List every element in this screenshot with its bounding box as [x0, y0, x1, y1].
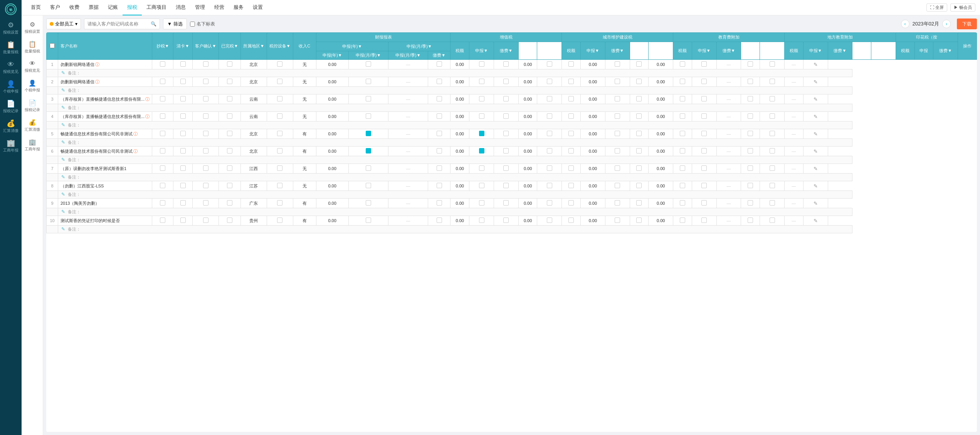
row-confirm[interactable] — [193, 60, 219, 69]
check-cell[interactable] — [366, 61, 371, 67]
check-cell[interactable] — [568, 96, 574, 101]
check-cell[interactable] — [770, 61, 775, 67]
row-fin-cb2[interactable] — [428, 60, 450, 69]
check-cell[interactable] — [680, 113, 685, 119]
check-cell[interactable] — [203, 165, 208, 171]
check-cell[interactable] — [479, 131, 484, 136]
row-edu-cb1[interactable] — [605, 77, 630, 87]
check-cell[interactable] — [770, 131, 775, 136]
row-taxcopy[interactable] — [152, 77, 173, 87]
check-cell[interactable] — [479, 61, 484, 67]
check-cell[interactable] — [568, 131, 574, 136]
row-city-cb2[interactable] — [562, 216, 581, 226]
row-local-cb1[interactable] — [673, 216, 692, 226]
edit-icon[interactable]: ✎ — [814, 166, 818, 172]
row-vat-cb2[interactable] — [494, 181, 518, 191]
row-vat-cb1[interactable] — [469, 164, 494, 174]
th-stamp-declare[interactable]: 申报 — [914, 42, 933, 60]
check-cell[interactable] — [547, 183, 552, 188]
edit-icon[interactable]: ✎ — [814, 148, 818, 154]
check-cell[interactable] — [277, 79, 282, 84]
note-content[interactable]: ✎ 备注： — [58, 191, 852, 199]
row-city-cb2[interactable] — [562, 60, 581, 69]
row-city-cb1[interactable] — [537, 147, 562, 156]
th-fin-year[interactable]: 申报(年)▼ — [316, 42, 388, 51]
check-cell[interactable] — [479, 218, 484, 223]
row-clearcard[interactable] — [173, 216, 193, 226]
row-confirm[interactable] — [193, 216, 219, 226]
nav-tax[interactable]: 报税 — [123, 0, 142, 15]
check-cell[interactable] — [748, 148, 753, 153]
row-taxcopy[interactable] — [152, 94, 173, 104]
check-cell[interactable] — [680, 183, 685, 188]
row-edu-cb1[interactable] — [605, 60, 630, 69]
sidebar-item-piliangbaoshui[interactable]: 📋 批量报税 — [0, 38, 22, 58]
row-city-cb2[interactable] — [562, 181, 581, 191]
row-city-cb2[interactable] — [562, 164, 581, 174]
check-cell[interactable] — [277, 183, 282, 188]
fullscreen-btn[interactable]: ⛶ 全屏 — [926, 3, 947, 12]
check-cell[interactable] — [366, 200, 371, 206]
check-cell[interactable] — [366, 96, 371, 101]
check-cell[interactable] — [680, 200, 685, 206]
table-container[interactable]: 客户名称 抄税▼ 清卡▼ 客户确认▼ 已完税▼ 所属地区▼ 税控设备▼ 收入C … — [46, 32, 977, 432]
check-cell[interactable] — [277, 61, 282, 67]
row-taxdev[interactable] — [267, 94, 293, 104]
check-cell[interactable] — [615, 183, 620, 188]
check-cell[interactable] — [568, 183, 574, 188]
row-city-cb1[interactable] — [537, 94, 562, 104]
check-cell[interactable] — [227, 79, 232, 84]
row-vat-cb2[interactable] — [494, 216, 518, 226]
row-edu-cb2[interactable] — [630, 181, 649, 191]
row-local-cb2[interactable] — [692, 94, 716, 104]
row-edu-cb2[interactable] — [630, 112, 649, 121]
check-cell[interactable] — [437, 113, 442, 119]
left-panel-record[interactable]: 📄 报税记录 — [23, 97, 42, 115]
check-cell[interactable] — [568, 113, 574, 119]
row-edu-cb2[interactable] — [630, 94, 649, 104]
check-cell[interactable] — [636, 165, 642, 171]
check-cell[interactable] — [160, 61, 165, 67]
row-stamp-cb2[interactable] — [760, 199, 785, 208]
sidebar-item-geshui[interactable]: 👤 个税申报 — [0, 78, 22, 97]
edit-icon[interactable]: ✎ — [814, 131, 818, 137]
row-vat-cb2[interactable] — [494, 147, 518, 156]
check-cell[interactable] — [479, 148, 484, 153]
edit-icon[interactable]: ✎ — [814, 96, 818, 102]
check-cell[interactable] — [547, 148, 552, 153]
edit-icon[interactable]: ✎ — [814, 79, 818, 85]
row-declared[interactable] — [219, 94, 241, 104]
note-content[interactable]: ✎ 备注： — [58, 226, 852, 233]
row-edit[interactable]: ✎ — [803, 112, 828, 121]
note-content[interactable]: ✎ 备注： — [58, 121, 852, 129]
row-declared[interactable] — [219, 60, 241, 69]
row-local-cb1[interactable] — [673, 147, 692, 156]
check-cell[interactable] — [180, 61, 186, 67]
edit-icon[interactable]: ✎ — [814, 201, 818, 206]
row-stamp-cb1[interactable] — [741, 129, 760, 139]
check-cell[interactable] — [503, 79, 509, 84]
check-cell[interactable] — [366, 79, 371, 84]
row-city-cb1[interactable] — [537, 112, 562, 121]
note-content[interactable]: ✎ 备注： — [58, 208, 852, 216]
row-edu-cb2[interactable] — [630, 164, 649, 174]
row-declared[interactable] — [219, 164, 241, 174]
check-cell[interactable] — [748, 200, 753, 206]
row-clearcard[interactable] — [173, 60, 193, 69]
check-cell[interactable] — [160, 200, 165, 206]
row-edu-cb2[interactable] — [630, 77, 649, 87]
row-stamp-cb2[interactable] — [760, 164, 785, 174]
check-cell[interactable] — [277, 165, 282, 171]
check-cell[interactable] — [503, 183, 509, 188]
check-cell[interactable] — [160, 183, 165, 188]
row-local-cb2[interactable] — [692, 216, 716, 226]
row-city-cb1[interactable] — [537, 199, 562, 208]
row-local-cb2[interactable] — [692, 112, 716, 121]
row-confirm[interactable] — [193, 199, 219, 208]
row-fin-cb2[interactable] — [428, 129, 450, 139]
row-fin-cb2[interactable] — [428, 77, 450, 87]
row-stamp-cb1[interactable] — [741, 199, 760, 208]
check-cell[interactable] — [437, 200, 442, 206]
check-cell[interactable] — [503, 148, 509, 153]
check-cell[interactable] — [680, 96, 685, 101]
